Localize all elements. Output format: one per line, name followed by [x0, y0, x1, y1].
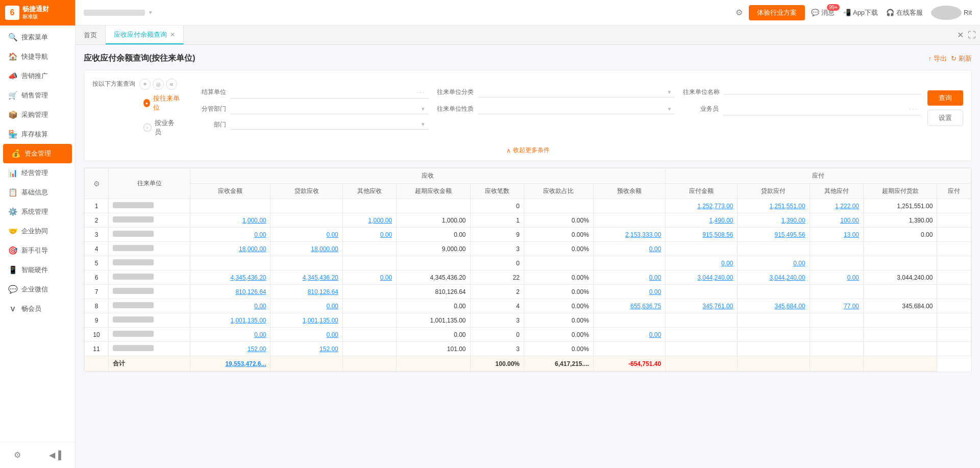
- partner-name-input[interactable]: [724, 90, 921, 94]
- settlement-unit-label: 结算单位: [190, 88, 226, 96]
- online-service-button[interactable]: 🎧 在线客服: [886, 8, 923, 17]
- table-row: 100.000.000.0000.00%0.00: [85, 328, 971, 342]
- table-row: 91,001,135.001,001,135.001,001,135.0030.…: [85, 313, 971, 328]
- col-ap-extra: 应付: [937, 184, 971, 199]
- avatar: [931, 6, 962, 20]
- member-icon: V: [8, 305, 17, 313]
- solution-button[interactable]: 体验行业方案: [749, 5, 805, 20]
- sidebar-item-purchase[interactable]: 📦 采购管理: [0, 105, 75, 125]
- footer-empty5: [666, 356, 738, 372]
- filter-partner-name: 往来单位名称: [683, 86, 921, 98]
- query-button[interactable]: 查询: [927, 90, 963, 106]
- salesperson-input[interactable]: ···: [723, 103, 921, 115]
- col-ap-amount: 应付金额: [666, 184, 738, 199]
- tab-ar-ap[interactable]: 应收应付余额查询 ✕: [106, 26, 184, 44]
- scheme-selector: 按以下方案查询 + ◎ « ● 按往来单位 ○ 按业务员: [92, 77, 184, 139]
- sidebar-item-collab[interactable]: 🤝 企业协同: [0, 221, 75, 241]
- col-ar-count: 应收笔数: [470, 184, 524, 199]
- filter-fields: 结算单位 ··· 往来单位分类 ▼ 往来单位名称: [190, 86, 921, 130]
- footer-empty6: [738, 356, 810, 372]
- edit-scheme-btn[interactable]: ◎: [153, 79, 164, 90]
- finance-icon: 💰: [11, 149, 20, 158]
- user-menu[interactable]: Rit: [931, 6, 972, 20]
- data-table: ⚙ 往来单位 应收 应付 应收金额 贷款应收 其他应收 超: [84, 168, 971, 372]
- filter-dept: 部门 ▼: [190, 119, 429, 130]
- footer-ar-prepay: 6,417,215....: [524, 356, 593, 372]
- app-download-button[interactable]: 📲 App下载: [843, 8, 878, 17]
- table-row: 64,345,436.204,345,436.200.004,345,436.2…: [85, 270, 971, 285]
- dept-manager-input[interactable]: ▼: [230, 104, 429, 114]
- sidebar-item-wechat[interactable]: 💬 企业微信: [0, 280, 75, 299]
- tab-home[interactable]: 首页: [76, 26, 106, 44]
- table-row: 500.000.00: [85, 256, 971, 270]
- table-row: 11152.00152.00101.0030.00%: [85, 342, 971, 356]
- col-header-partner: 往来单位: [109, 168, 190, 199]
- main-content: 应收应付余额查询(按往来单位) ↑ 导出 ↻ 刷新 按以下方案查询 + ◎ «: [76, 45, 980, 468]
- table-row: 418,000.0018,000.009,000.0030.00%0.00: [85, 242, 971, 256]
- sidebar-item-system[interactable]: ⚙️ 系统管理: [0, 202, 75, 221]
- col-ap-overdue: 超期应付货款: [864, 184, 937, 199]
- header-right-area: 💬 消息 99+ 📲 App下载 🎧 在线客服 Rit: [811, 6, 972, 20]
- partner-category-label: 往来单位分类: [437, 88, 474, 96]
- sidebar-item-sales[interactable]: 🛒 销售管理: [0, 86, 75, 105]
- sidebar-item-hardware[interactable]: 📱 智能硬件: [0, 260, 75, 280]
- sidebar-item-operations[interactable]: 📊 经营管理: [0, 163, 75, 183]
- settlement-unit-input[interactable]: ···: [230, 86, 429, 98]
- table-row: 101,252,773.001,251,551.001,222.001,251,…: [85, 199, 971, 213]
- settings-gear-icon[interactable]: ⚙: [736, 8, 743, 17]
- sidebar-item-search[interactable]: 🔍 搜索菜单: [0, 28, 75, 47]
- sidebar-item-guide[interactable]: 🎯 新手引导: [0, 241, 75, 260]
- scheme-by-staff[interactable]: ○ 按业务员: [139, 116, 184, 139]
- col-ar-ratio: 应收款占比: [524, 184, 593, 199]
- app-logo: 6 畅捷通财 标准版: [0, 0, 75, 26]
- message-button[interactable]: 💬 消息 99+: [811, 8, 835, 17]
- export-button[interactable]: ↑ 导出: [928, 54, 947, 63]
- refresh-button[interactable]: ↻ 刷新: [951, 54, 972, 63]
- footer-empty7: [810, 356, 863, 372]
- sidebar-collapse-btn[interactable]: ◀▐: [45, 446, 65, 464]
- sidebar-item-marketing[interactable]: 📣 营销推广: [0, 66, 75, 86]
- purchase-icon: 📦: [8, 110, 17, 119]
- filter-settlement-unit: 结算单位 ···: [190, 86, 429, 98]
- collapse-button[interactable]: ∧ 收起更多条件: [92, 144, 963, 159]
- footer-empty4: [397, 356, 470, 372]
- app-name: 畅捷通财: [22, 5, 49, 13]
- inventory-icon: 🏪: [8, 130, 17, 139]
- partner-category-input[interactable]: ▼: [478, 87, 675, 97]
- col-ar-prepay: 预收余额: [593, 184, 665, 199]
- col-ar-loan: 贷款应收: [271, 184, 342, 199]
- sidebar-item-finance[interactable]: 💰 资金管理: [3, 144, 72, 163]
- sidebar-item-quicknav[interactable]: 🏠 快捷导航: [0, 47, 75, 66]
- col-header-settings: ⚙: [85, 168, 109, 199]
- refresh-icon: ↻: [951, 55, 957, 62]
- collapse-icon: ∧: [506, 147, 511, 154]
- scheme-by-partner[interactable]: ● 按往来单位: [139, 92, 184, 114]
- page-title: 应收应付余额查询(按往来单位): [84, 53, 195, 64]
- sidebar-settings-btn[interactable]: ⚙: [10, 446, 25, 464]
- setting-button[interactable]: 设置: [927, 110, 963, 126]
- partner-nature-input[interactable]: ▼: [478, 104, 675, 114]
- footer-empty3: [342, 356, 396, 372]
- sidebar-item-basic[interactable]: 📋 基础信息: [0, 183, 75, 202]
- hardware-icon: 📱: [8, 265, 17, 275]
- dept-input[interactable]: ▼: [230, 119, 429, 130]
- col-ap-loan: 贷款应付: [738, 184, 810, 199]
- scheme-controls: + ◎ «: [139, 77, 184, 90]
- col-ar-other: 其他应收: [342, 184, 396, 199]
- sidebar-menu: 🔍 搜索菜单 🏠 快捷导航 📣 营销推广 🛒 销售管理 📦 采购管理 🏪 库存核…: [0, 26, 75, 441]
- search-icon: 🔍: [8, 33, 17, 42]
- page-header: 应收应付余额查询(按往来单位) ↑ 导出 ↻ 刷新: [84, 53, 972, 64]
- tab-close-window-icon[interactable]: ✕: [957, 30, 964, 40]
- sidebar-item-member[interactable]: V 畅会员: [0, 299, 75, 318]
- table-settings-icon[interactable]: ⚙: [89, 176, 104, 191]
- app-edition: 标准版: [22, 13, 49, 20]
- breadcrumb-arrow: ▼: [148, 10, 153, 15]
- tab-expand-icon[interactable]: ⛶: [968, 31, 976, 40]
- collapse-scheme-btn[interactable]: «: [166, 79, 177, 90]
- add-scheme-btn[interactable]: +: [139, 79, 151, 90]
- tab-close-icon[interactable]: ✕: [170, 31, 175, 38]
- message-badge: 99+: [827, 4, 840, 11]
- partner-nature-label: 往来单位性质: [437, 105, 474, 113]
- page-actions: ↑ 导出 ↻ 刷新: [928, 54, 972, 63]
- sidebar-item-inventory[interactable]: 🏪 库存核算: [0, 125, 75, 144]
